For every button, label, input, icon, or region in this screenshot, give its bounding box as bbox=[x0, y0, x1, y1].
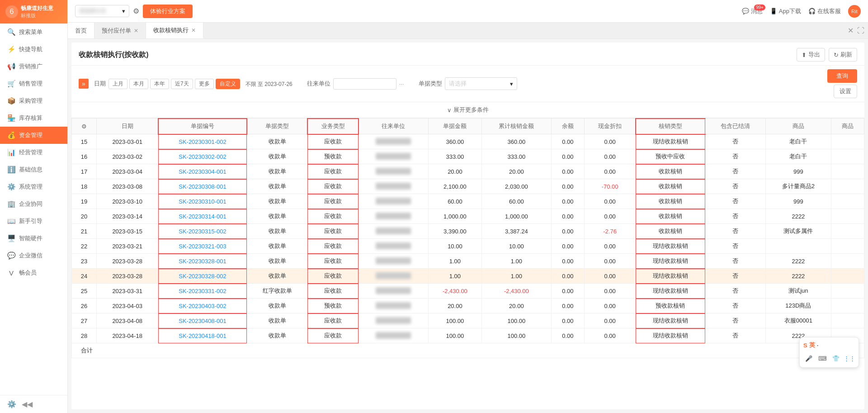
sidebar-item-quick[interactable]: ⚡快捷导航 bbox=[0, 41, 67, 58]
tab-prepay[interactable]: 预付应付单 ✕ bbox=[94, 23, 146, 38]
query-btn[interactable]: 查询 bbox=[827, 69, 857, 83]
bill-no-link[interactable]: SK-20230408-001 bbox=[179, 318, 226, 324]
filter-settings-btn[interactable]: 设置 bbox=[834, 85, 857, 98]
date-btn-this-month[interactable]: 本月 bbox=[129, 79, 148, 89]
bill-no-link[interactable]: SK-20230310-001 bbox=[179, 198, 226, 205]
branch-select[interactable]: 请选择分支 ▾ bbox=[75, 5, 129, 17]
online-service-btn[interactable]: 🎧 在线客服 bbox=[808, 7, 841, 15]
messages-btn[interactable]: 💬 消息 99+ bbox=[742, 7, 763, 15]
sidebar-item-sales[interactable]: 🛒销售管理 bbox=[0, 75, 67, 92]
sidebar-item-basic[interactable]: ℹ️基础信息 bbox=[0, 161, 67, 178]
tab-receipt-close[interactable]: ✕ bbox=[191, 27, 196, 33]
expand-conditions-btn[interactable]: ∨ 展开更多条件 bbox=[443, 104, 492, 116]
col-balance[interactable]: 余额 bbox=[551, 119, 584, 134]
keyboard-icon[interactable]: ⌨ bbox=[817, 353, 828, 364]
date-btn-7days[interactable]: 近7天 bbox=[171, 79, 193, 89]
row-bill-amount: 1.00 bbox=[428, 254, 481, 269]
sidebar-item-smart[interactable]: 🖥️智能硬件 bbox=[0, 230, 67, 247]
tab-close-icon[interactable]: ✕ bbox=[848, 26, 854, 35]
bill-no-link[interactable]: SK-20230328-001 bbox=[179, 258, 226, 265]
bill-no-link[interactable]: SK-20230314-001 bbox=[179, 213, 226, 220]
industry-btn[interactable]: 体验行业方案 bbox=[143, 5, 193, 18]
app-download-btn[interactable]: 📱 App下载 bbox=[770, 7, 801, 15]
bill-no-link[interactable]: SK-20230301-002 bbox=[179, 138, 226, 145]
sidebar-item-inventory[interactable]: 🏪库存核算 bbox=[0, 109, 67, 127]
bill-no-link[interactable]: SK-20230321-003 bbox=[179, 243, 226, 250]
col-biz-type[interactable]: 业务类型 bbox=[307, 119, 359, 134]
nav-label-system: 系统管理 bbox=[19, 183, 42, 191]
row-biz-type: 应收款 bbox=[307, 328, 359, 343]
bill-no-link[interactable]: SK-20230304-001 bbox=[179, 168, 226, 175]
collapse-icon[interactable]: ◀◀ bbox=[22, 400, 33, 408]
row-product2 bbox=[831, 254, 864, 269]
table-header-row: ⚙ 日期 单据编号 单据类型 业务类型 往来单位 单据金额 累计核销金额 余额 … bbox=[72, 119, 864, 134]
col-counterpart[interactable]: 往来单位 bbox=[359, 119, 428, 134]
row-include-settled: 否 bbox=[705, 239, 766, 254]
col-product[interactable]: 商品 bbox=[765, 119, 831, 134]
shirt-icon[interactable]: 👕 bbox=[830, 353, 841, 364]
col-date[interactable]: 日期 bbox=[97, 119, 158, 134]
gear-icon[interactable]: ⚙ bbox=[133, 7, 139, 15]
bill-no-link[interactable]: SK-20230308-001 bbox=[179, 183, 226, 190]
row-balance: 0.00 bbox=[551, 209, 584, 224]
refresh-btn[interactable]: ↻ 刷新 bbox=[829, 48, 857, 62]
date-btn-more[interactable]: 更多 bbox=[195, 79, 214, 89]
mic-icon[interactable]: 🎤 bbox=[803, 353, 814, 364]
col-cash-discount[interactable]: 现金折扣 bbox=[584, 119, 635, 134]
date-btn-prev-month[interactable]: 上月 bbox=[108, 79, 127, 89]
bill-no-link[interactable]: SK-20230302-002 bbox=[179, 153, 226, 160]
row-date: 2023-03-21 bbox=[97, 239, 158, 254]
sidebar-item-member[interactable]: V畅会员 bbox=[0, 264, 67, 281]
row-bill-amount: 3,390.00 bbox=[428, 224, 481, 239]
row-cancel-type: 收款核销 bbox=[636, 164, 705, 179]
sidebar-item-wechat[interactable]: 💬企业微信 bbox=[0, 247, 67, 264]
col-accum-amount[interactable]: 累计核销金额 bbox=[481, 119, 551, 134]
col-include-settled[interactable]: 包含已结清 bbox=[705, 119, 766, 134]
table-row: 19 2023-03-10 SK-20230310-001 收款单 应收款 往来… bbox=[72, 194, 864, 209]
col-product2[interactable]: 商品 bbox=[831, 119, 864, 134]
col-bill-amount[interactable]: 单据金额 bbox=[428, 119, 481, 134]
filter-expand-btn[interactable]: » bbox=[79, 79, 89, 89]
sidebar-item-guide[interactable]: 📖新手引导 bbox=[0, 213, 67, 230]
row-bill-no: SK-20230301-002 bbox=[158, 134, 247, 149]
tab-prepay-close[interactable]: ✕ bbox=[134, 28, 138, 34]
grid-icon[interactable]: ⋮⋮ bbox=[844, 353, 855, 364]
sidebar-item-search[interactable]: 🔍搜索菜单 bbox=[0, 24, 67, 41]
col-cancel-type[interactable]: 核销类型 bbox=[636, 119, 705, 134]
user-avatar[interactable]: Rit bbox=[848, 5, 861, 18]
sidebar-item-purchase[interactable]: 📦采购管理 bbox=[0, 92, 67, 109]
expand-conditions-bar: ∨ 展开更多条件 bbox=[71, 102, 864, 118]
counterpart-input[interactable] bbox=[333, 78, 396, 90]
bill-no-link[interactable]: SK-20230403-002 bbox=[179, 303, 226, 309]
col-bill-no[interactable]: 单据编号 bbox=[158, 119, 247, 134]
table-row: 26 2023-04-03 SK-20230403-002 收款单 预收款 往来… bbox=[72, 299, 864, 313]
sidebar-item-operation[interactable]: 📊经营管理 bbox=[0, 144, 67, 161]
row-bill-amount: 2,100.00 bbox=[428, 179, 481, 194]
row-date: 2023-03-02 bbox=[97, 149, 158, 164]
settings-icon[interactable]: ⚙️ bbox=[7, 400, 16, 408]
bill-type-select[interactable]: 请选择 ▾ bbox=[445, 77, 517, 90]
bill-no-link[interactable]: SK-20230315-002 bbox=[179, 228, 226, 235]
tab-expand-icon[interactable]: ⛶ bbox=[857, 27, 864, 35]
row-product: 999 bbox=[765, 164, 831, 179]
col-setting[interactable]: ⚙ bbox=[72, 119, 97, 134]
row-date: 2023-03-28 bbox=[97, 269, 158, 284]
header-actions: ⬆ 导出 ↻ 刷新 bbox=[797, 48, 857, 62]
sidebar-item-capital[interactable]: 💰资金管理 bbox=[0, 127, 67, 144]
row-bill-amount: 100.00 bbox=[428, 328, 481, 343]
row-product2 bbox=[831, 134, 864, 149]
row-cash-discount: 0.00 bbox=[584, 239, 635, 254]
bill-no-link[interactable]: SK-20230328-002 bbox=[179, 273, 226, 280]
sidebar-item-corp[interactable]: 🏢企业协同 bbox=[0, 195, 67, 213]
export-btn[interactable]: ⬆ 导出 bbox=[797, 48, 825, 62]
date-btn-this-year[interactable]: 本年 bbox=[150, 79, 169, 89]
tab-home[interactable]: 首页 bbox=[68, 23, 94, 38]
date-btn-custom[interactable]: 自定义 bbox=[216, 79, 240, 89]
bill-no-link[interactable]: SK-20230331-002 bbox=[179, 288, 226, 294]
sidebar-item-marketing[interactable]: 📢营销推广 bbox=[0, 58, 67, 75]
row-bill-amount: 20.00 bbox=[428, 164, 481, 179]
bill-no-link[interactable]: SK-20230418-001 bbox=[179, 332, 226, 339]
sidebar-item-system[interactable]: ⚙️系统管理 bbox=[0, 178, 67, 195]
tab-receipt[interactable]: 收款核销执行 ✕ bbox=[146, 23, 203, 38]
col-bill-type[interactable]: 单据类型 bbox=[247, 119, 307, 134]
